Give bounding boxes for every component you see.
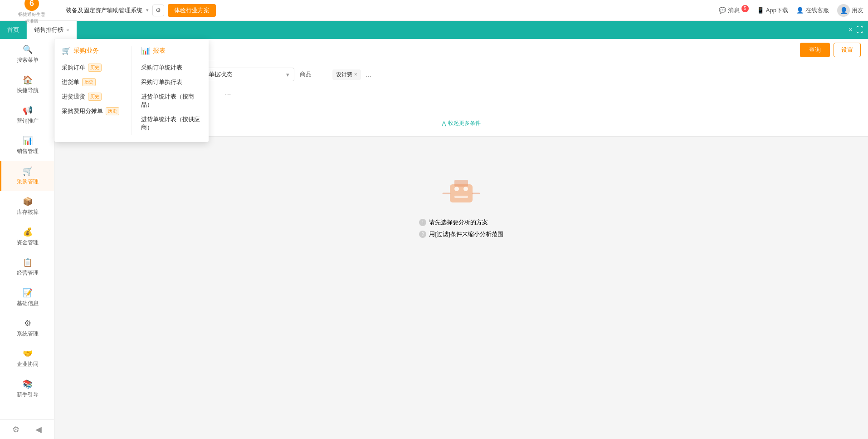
- system-icon: ⚙: [24, 318, 31, 328]
- industry-btn[interactable]: 体验行业方案: [168, 4, 216, 17]
- dropdown-item-expense[interactable]: 采购费用分摊单 历史: [62, 104, 122, 118]
- tab-close-window-btn[interactable]: ×: [848, 26, 853, 34]
- dropdown-col-purchase: 🛒 采购业务 采购订单 历史 进货单 历史 进货退货 历史 采购费用分摊单 历史: [54, 46, 130, 135]
- dropdown-item-return[interactable]: 进货退货 历史: [62, 89, 122, 104]
- status-arrow-icon: ▾: [286, 71, 289, 78]
- goods-tag-shejifei: 设计费 ×: [332, 69, 361, 80]
- sidebar-item-enterprise[interactable]: 🤝 企业协同: [0, 343, 54, 374]
- app-download-btn[interactable]: 📱 App下载: [757, 6, 788, 15]
- tab-expand-btn[interactable]: ⛶: [856, 26, 863, 34]
- dropdown-item-order-exec[interactable]: 采购订单执行表: [141, 75, 202, 89]
- message-badge: 5: [741, 5, 749, 12]
- sales-icon: 📊: [23, 136, 33, 146]
- history-badge-1: 历史: [82, 78, 96, 86]
- sidebar-item-quick-nav[interactable]: 🏠 快捷导航: [0, 69, 54, 100]
- nav-arrow-icon[interactable]: ▾: [146, 7, 149, 13]
- phone-icon: 📱: [757, 7, 764, 14]
- dropdown-item-incoming-goods[interactable]: 进货单统计表（按商品）: [141, 89, 202, 112]
- sidebar-item-system[interactable]: ⚙ 系统管理: [0, 313, 54, 343]
- salesperson-ellipsis-btn[interactable]: ...: [223, 89, 233, 97]
- online-service-btn[interactable]: 👤 在线客服: [796, 6, 829, 15]
- sidebar-item-purchase[interactable]: 🛒 采购管理: [0, 161, 54, 191]
- tab-close-icon[interactable]: ×: [66, 27, 69, 33]
- svg-point-2: [454, 187, 459, 191]
- brand-name: 畅捷通好生意: [18, 11, 45, 18]
- guide-icon: 📚: [23, 379, 33, 389]
- search-icon: 🔍: [23, 44, 33, 54]
- sidebar: 🔍 搜索菜单 🏠 快捷导航 📢 营销推广 📊 销售管理 🛒 采购管理 📦 库存核…: [0, 39, 54, 439]
- sidebar-item-search[interactable]: 🔍 搜索菜单: [0, 39, 54, 69]
- dropdown-item-incoming[interactable]: 进货单 历史: [62, 75, 122, 89]
- finance-icon: 💰: [23, 227, 33, 237]
- sidebar-collapse-icon[interactable]: ◀: [35, 424, 42, 434]
- user-avatar-icon: 👤: [840, 7, 848, 14]
- avatar: 👤: [837, 4, 850, 17]
- action-btns: 查询 设置: [800, 43, 861, 57]
- history-badge-2: 历史: [88, 93, 102, 101]
- goods-filter: 设计费 × ...: [332, 69, 861, 80]
- collapse-icon: ⋀: [442, 120, 446, 127]
- empty-steps: 1 请先选择要分析的方案 2 用[过滤]条件来缩小分析范围: [419, 218, 503, 242]
- dropdown-col-reports-title: 📊 报表: [141, 46, 202, 55]
- basic-info-icon: 📝: [23, 288, 33, 298]
- empty-step-2: 2 用[过滤]条件来缩小分析范围: [419, 230, 503, 238]
- goods-label: 商品: [300, 70, 327, 79]
- goods-tag-close-icon[interactable]: ×: [354, 71, 357, 78]
- dropdown-col-purchase-title: 🛒 采购业务: [62, 46, 122, 55]
- enterprise-icon: 🤝: [23, 349, 33, 359]
- user-area[interactable]: 👤 用友: [837, 4, 863, 17]
- inventory-icon: 📦: [23, 197, 33, 207]
- purchase-icon: 🛒: [23, 166, 33, 176]
- brand-version: 标准版: [25, 18, 39, 25]
- query-btn[interactable]: 查询: [800, 43, 830, 57]
- set-btn[interactable]: 设置: [834, 43, 861, 57]
- empty-state: 1 请先选择要分析的方案 2 用[过滤]条件来缩小分析范围: [54, 137, 868, 278]
- sidebar-item-finance[interactable]: 💰 资金管理: [0, 222, 54, 252]
- status-select[interactable]: 单据状态 ▾: [204, 68, 294, 81]
- system-name: 装备及固定资产辅助管理系统: [66, 6, 142, 15]
- dropdown-cols: 🛒 采购业务 采购订单 历史 进货单 历史 进货退货 历史 采购费用分摊单 历史: [54, 46, 209, 135]
- dropdown-item-incoming-supplier[interactable]: 进货单统计表（按供应商）: [141, 112, 202, 135]
- history-badge-3: 历史: [106, 107, 119, 115]
- empty-illustration: [439, 173, 484, 209]
- operations-icon: 📋: [23, 257, 33, 267]
- step-num-2: 2: [419, 231, 426, 238]
- message-icon: 💬: [719, 7, 726, 14]
- service-icon: 👤: [796, 7, 804, 14]
- reports-col-icon: 📊: [141, 46, 150, 55]
- collapse-btn[interactable]: ⋀ 收起更多条件: [436, 117, 486, 130]
- tab-bar: 首页 销售排行榜 × × ⛶: [0, 21, 868, 39]
- goods-ellipsis-btn[interactable]: ...: [364, 70, 373, 79]
- settings-icon-btn[interactable]: ⚙: [152, 5, 164, 16]
- dropdown-item-order-stats[interactable]: 采购订单统计表: [141, 60, 202, 75]
- status-value: 单据状态: [209, 70, 232, 79]
- top-nav: 装备及固定资产辅助管理系统 ▾ ⚙ 体验行业方案: [63, 4, 719, 17]
- logo-area: 6 畅捷通好生意 标准版: [5, 0, 59, 25]
- sidebar-item-guide[interactable]: 📚 新手引导: [0, 374, 54, 404]
- svg-point-3: [463, 187, 468, 191]
- step-num-1: 1: [419, 219, 426, 226]
- svg-rect-4: [454, 196, 468, 198]
- home-icon: 🏠: [23, 75, 33, 85]
- tab-bar-right: × ⛶: [848, 26, 868, 34]
- salesperson-filter: ...: [223, 89, 233, 97]
- sidebar-bottom: ⚙ ◀: [0, 419, 54, 439]
- col-divider: [132, 46, 132, 135]
- sidebar-item-operations[interactable]: 📋 经营管理: [0, 252, 54, 282]
- marketing-icon: 📢: [23, 105, 33, 115]
- message-btn[interactable]: 💬 消息 5: [719, 6, 749, 15]
- dropdown-col-reports: 📊 报表 采购订单统计表 采购订单执行表 进货单统计表（按商品） 进货单统计表（…: [134, 46, 209, 135]
- sidebar-item-marketing[interactable]: 📢 营销推广: [0, 100, 54, 130]
- history-badge-0: 历史: [88, 64, 102, 72]
- dropdown-item-purchase-order[interactable]: 采购订单 历史: [62, 60, 122, 75]
- svg-rect-0: [450, 184, 473, 202]
- sidebar-item-sales[interactable]: 📊 销售管理: [0, 130, 54, 161]
- user-name: 用友: [852, 6, 863, 15]
- purchase-col-icon: 🛒: [62, 46, 71, 55]
- logo-icon: 6: [24, 0, 39, 11]
- sidebar-item-basic-info[interactable]: 📝 基础信息: [0, 282, 54, 313]
- sidebar-settings-icon[interactable]: ⚙: [12, 424, 20, 434]
- top-right: 💬 消息 5 📱 App下载 👤 在线客服 👤 用友: [719, 4, 863, 17]
- sidebar-item-inventory[interactable]: 📦 库存核算: [0, 191, 54, 222]
- empty-step-1: 1 请先选择要分析的方案: [419, 218, 503, 227]
